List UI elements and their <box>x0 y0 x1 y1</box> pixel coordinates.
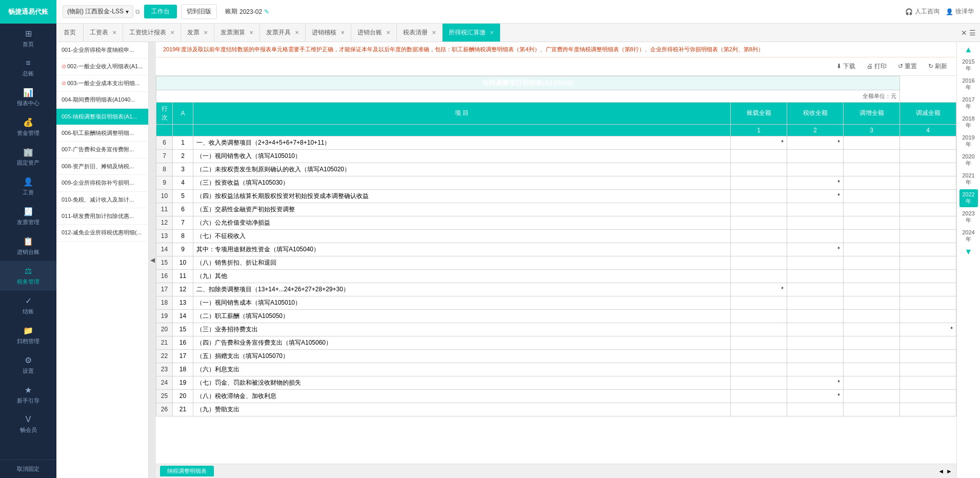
col-b[interactable]: （七）罚金、罚款和被没收财物的损失 <box>193 376 731 389</box>
sidebar-item-new-guide[interactable]: ★新手引导 <box>0 380 56 410</box>
tab-payroll[interactable]: 工资表✕ <box>84 24 123 42</box>
scroll-left-icon[interactable]: ◄ <box>938 468 944 475</box>
col-f[interactable] <box>900 256 956 269</box>
col-f[interactable] <box>900 163 956 176</box>
col-e[interactable] <box>844 403 900 416</box>
col-e[interactable] <box>844 216 900 229</box>
col-d[interactable] <box>787 216 844 229</box>
col-f[interactable] <box>900 376 956 389</box>
col-f[interactable] <box>900 309 956 323</box>
col-f[interactable] <box>900 149 956 163</box>
col-c[interactable] <box>731 163 787 176</box>
tab-close-invoice[interactable]: ✕ <box>204 30 208 35</box>
tab-payroll-report[interactable]: 工资统计报表✕ <box>123 24 181 42</box>
sidebar-item-archive[interactable]: 📁归档管理 <box>0 321 56 350</box>
col-b[interactable]: （八）销售折扣、折让和退回 <box>193 256 731 269</box>
year-down-button[interactable]: ▼ <box>962 246 976 257</box>
sidebar-item-general-ledger[interactable]: ≡总账 <box>0 53 56 83</box>
edit-icon[interactable]: ✎ <box>264 8 269 15</box>
col-e[interactable] <box>844 296 900 309</box>
col-e[interactable] <box>844 363 900 376</box>
left-panel-item-009[interactable]: 009-企业所得税弥补亏损明... <box>56 175 148 191</box>
consultation[interactable]: 🎧 人工咨询 <box>905 7 939 16</box>
col-d[interactable] <box>787 229 844 243</box>
col-c[interactable] <box>731 389 787 403</box>
col-e[interactable] <box>844 269 900 283</box>
col-c[interactable] <box>731 363 787 376</box>
col-d[interactable] <box>787 323 844 336</box>
sidebar-item-report-center[interactable]: 📊报表中心 <box>0 83 56 112</box>
col-b[interactable]: （二）职工薪酬（填写A105050） <box>193 309 731 323</box>
tab-close-purchase-ledger[interactable]: ✕ <box>386 30 390 35</box>
col-c[interactable] <box>731 309 787 323</box>
col-b[interactable]: （四）按权益法核算长期股权投资对初始投资成本调整确认收益 <box>193 189 731 203</box>
tab-purchase-check[interactable]: 进销稽核✕ <box>306 24 351 42</box>
col-b[interactable]: （二）未按权责发生制原则确认的收入（填写A105020） <box>193 163 731 176</box>
col-f[interactable] <box>900 403 956 416</box>
col-d[interactable] <box>787 283 844 296</box>
year-item-2024年[interactable]: 2024年 <box>959 227 978 245</box>
col-d[interactable]: * <box>787 389 844 403</box>
tab-close-income-tax[interactable]: ✕ <box>490 30 494 35</box>
col-b[interactable]: （六）利息支出 <box>193 363 731 376</box>
col-c[interactable] <box>731 149 787 163</box>
col-e[interactable] <box>844 176 900 189</box>
col-b[interactable]: （一）视同销售收入（填写A105010） <box>193 149 731 163</box>
year-item-2015年[interactable]: 2015年 <box>959 56 978 74</box>
col-f[interactable] <box>900 269 956 283</box>
col-b[interactable]: （九）赞助支出 <box>193 403 731 416</box>
sidebar-item-settings[interactable]: ⚙设置 <box>0 350 56 380</box>
sidebar-item-settle[interactable]: ✓结账 <box>0 291 56 321</box>
col-e[interactable] <box>844 376 900 389</box>
col-d[interactable]: * <box>787 376 844 389</box>
col-f[interactable] <box>900 216 956 229</box>
left-panel-item-007[interactable]: 007-广告费和业务宣传费附... <box>56 142 148 158</box>
tab-close-payroll-report[interactable]: ✕ <box>170 30 174 35</box>
left-panel-item-011[interactable]: 011-研发费用加计扣除优惠... <box>56 208 148 225</box>
sidebar-item-asset-mgmt[interactable]: 💰资金管理 <box>0 112 56 142</box>
tab-close-payroll[interactable]: ✕ <box>112 30 116 35</box>
col-b[interactable]: （九）其他 <box>193 269 731 283</box>
col-c[interactable] <box>731 403 787 416</box>
col-f[interactable] <box>900 283 956 296</box>
col-d[interactable] <box>787 203 844 216</box>
year-item-2023年[interactable]: 2023年 <box>959 208 978 226</box>
col-e[interactable] <box>844 283 900 296</box>
col-d[interactable]: * <box>787 176 844 189</box>
col-f[interactable] <box>900 189 956 203</box>
reset-button[interactable]: ↺ 重置 <box>895 61 920 72</box>
sidebar-item-payroll[interactable]: 👤工资 <box>0 172 56 202</box>
col-d[interactable] <box>787 256 844 269</box>
year-item-2021年[interactable]: 2021年 <box>959 170 978 188</box>
col-b[interactable]: （一）视同销售成本（填写A105010） <box>193 296 731 309</box>
sidebar-item-invoice-mgmt[interactable]: 🧾发票管理 <box>0 202 56 231</box>
col-b[interactable]: 一、收入类调整项目（2+3+4+5+6+7+8+10+11） <box>193 136 731 149</box>
left-panel-item-002[interactable]: ⊘002-一般企业收入明细表(A1... <box>56 58 148 75</box>
tab-tax-clear[interactable]: 税表清册✕ <box>397 24 443 42</box>
col-c[interactable] <box>731 336 787 349</box>
scroll-right-icon[interactable]: ► <box>946 468 952 475</box>
left-panel-item-008[interactable]: 008-资产折旧、摊销及纳税... <box>56 158 148 175</box>
col-d[interactable] <box>787 309 844 323</box>
col-e[interactable] <box>844 323 900 336</box>
year-item-2018年[interactable]: 2018年 <box>959 113 978 131</box>
left-panel-item-004[interactable]: 004-期间费用明细表(A1040... <box>56 92 148 108</box>
tab-invoice-calc[interactable]: 发票测算✕ <box>214 24 260 42</box>
table-container[interactable]: 纳税调整项目明细表(A105000) 全额单位：元 行次 A 项 目 账载全额 … <box>156 76 956 464</box>
tab-home[interactable]: 首页 <box>56 24 84 42</box>
col-d[interactable]: * <box>787 243 844 256</box>
year-item-2020年[interactable]: 2020年 <box>959 151 978 169</box>
col-f[interactable] <box>900 336 956 349</box>
col-c[interactable] <box>731 256 787 269</box>
col-f[interactable] <box>900 136 956 149</box>
refresh-button[interactable]: ↻ 刷新 <box>925 61 950 72</box>
copy-icon[interactable]: ⧉ <box>135 8 140 15</box>
col-c[interactable] <box>731 349 787 363</box>
download-button[interactable]: ⬇ 下载 <box>833 61 858 72</box>
col-b[interactable]: 二、扣除类调整项目（13+14+...24+26+27+28+29+30） <box>193 283 731 296</box>
company-label[interactable]: (物副) 江西股金-LSS ▾ <box>63 5 133 18</box>
col-d[interactable] <box>787 163 844 176</box>
col-d[interactable] <box>787 149 844 163</box>
tab-income-tax[interactable]: 所得税汇算缴✕ <box>443 24 501 42</box>
col-b[interactable]: （五）捐赠支出（填写A105070） <box>193 349 731 363</box>
